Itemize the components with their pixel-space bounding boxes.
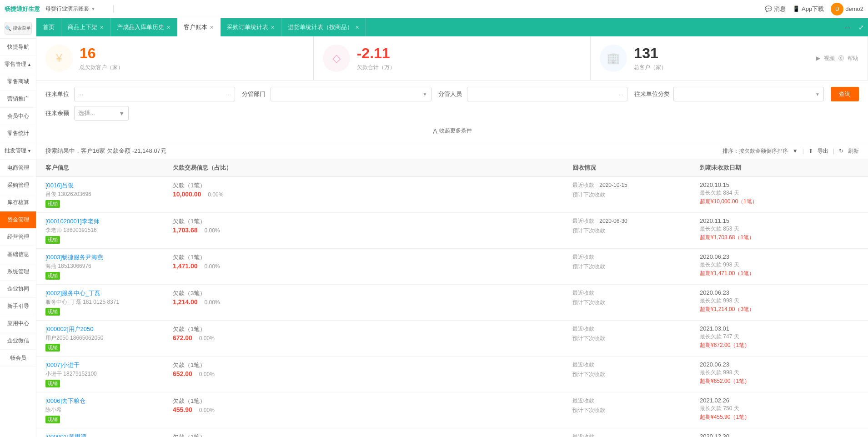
customer-name-link[interactable]: [0003]畅捷服务尹海燕 <box>45 253 173 261</box>
store-selector[interactable]: 母婴行业演示账套 ▼ <box>41 5 114 13</box>
next-repay: 预计下次收款 <box>572 371 700 378</box>
sidebar-item-inventory[interactable]: 库存核算 <box>0 194 36 211</box>
overdue-link[interactable]: 超期¥652.00（1笔） <box>700 377 859 385</box>
tab-home[interactable]: 首页 <box>36 18 61 36</box>
help-icon: ⓪ <box>838 55 844 62</box>
tab-product-history[interactable]: 产成品入库单历史 ✕ <box>110 18 177 36</box>
tab-purchase-order[interactable]: 采购订单统计表 ✕ <box>221 18 281 36</box>
table-row: [0003]畅捷服务尹海燕 海燕 18513066976 现销 欠款（1笔） 1… <box>36 249 868 285</box>
customer-phone: 陈小希 <box>45 406 173 414</box>
overdue-days: 最长欠款 998 天 <box>700 261 859 269</box>
overdue-link[interactable]: 超期¥1,214.00（3笔） <box>700 306 859 313</box>
help-label[interactable]: 帮助 <box>848 55 858 62</box>
repay-label: 最近收款 <box>572 433 700 437</box>
debt-percent: 0.00% <box>205 227 220 234</box>
tab-maximize-button[interactable]: ⤢ <box>854 18 868 36</box>
tab-minimize-button[interactable]: — <box>841 18 854 36</box>
user-menu[interactable]: D demo2 <box>831 3 863 15</box>
next-repay: 预计下次收款 <box>572 263 700 271</box>
tab-close-icon[interactable]: ✕ <box>355 25 359 30</box>
tab-close-icon[interactable]: ✕ <box>210 25 214 30</box>
search-button[interactable]: 查询 <box>831 87 859 101</box>
filter-category-select[interactable]: ▼ <box>673 87 824 101</box>
customer-name-link[interactable]: [000001]黄思源 <box>45 433 173 437</box>
repay-label: 最近收款 2020-06-30 <box>572 217 700 225</box>
sidebar-item-member[interactable]: 会员中心 <box>0 108 36 125</box>
customer-name-link[interactable]: [0007]小进干 <box>45 361 173 369</box>
sidebar-item-purchase[interactable]: 采购管理 <box>0 177 36 194</box>
repay-label: 最近收款 <box>572 253 700 261</box>
sidebar-item-vip[interactable]: 畅会员 <box>0 350 36 367</box>
filters-area: 往来单位 ··· 分管部门 ▼ <box>36 80 868 143</box>
debt-percent: 0.00% <box>199 335 215 342</box>
debt-amount: 672.00 <box>173 334 192 342</box>
debt-count: 欠款（1笔） <box>173 181 572 190</box>
debt-percent: 0.00% <box>199 371 215 377</box>
refresh-button[interactable]: 刷新 <box>848 147 859 155</box>
sidebar-item-system[interactable]: 系统管理 <box>0 263 36 281</box>
sidebar-item-guide[interactable]: 新手引导 <box>0 298 36 315</box>
tab-product-listing[interactable]: 商品上下架 ✕ <box>61 18 110 36</box>
debt-percent: 0.00% <box>205 299 220 306</box>
tab-label: 进货单统计表（按商品） <box>288 23 353 31</box>
table-row: [000001]黄思源 黄思源 13552700226 现销 欠款（1笔） 42… <box>36 428 868 437</box>
customer-phone: 服务中心_丁磊 181 0125 8371 <box>45 298 173 306</box>
results-bar: 搜索结果中，客户16家 欠款金额 -21,148.07元 排序：按欠款金额倒序排… <box>36 143 868 159</box>
tab-close-icon[interactable]: ✕ <box>271 25 275 30</box>
sidebar-item-finance[interactable]: 资金管理 <box>0 211 36 229</box>
sidebar-item-wechat[interactable]: 企业微信 <box>0 332 36 350</box>
overdue-link[interactable]: 超期¥10,000.00（1笔） <box>700 198 859 206</box>
debt-amount: 1,471.00 <box>173 262 198 270</box>
tab-bar: 首页 商品上下架 ✕ 产成品入库单历史 ✕ 客户账本 ✕ 采购订单统计表 ✕ <box>36 18 868 36</box>
message-icon: 💬 <box>765 5 772 12</box>
video-icon: ▶ <box>816 55 820 61</box>
sort-label[interactable]: 排序：按欠款金额倒序排序 <box>722 147 788 155</box>
video-label[interactable]: 视频 <box>824 55 835 62</box>
header-customer: 客户信息 <box>45 164 173 172</box>
sidebar-quick-nav[interactable]: 快捷导航 <box>0 39 36 56</box>
customer-name-link[interactable]: [0006]去下粮仓 <box>45 397 173 405</box>
sidebar-item-retail-mall[interactable]: 零售商城 <box>0 73 36 90</box>
export-button[interactable]: 导出 <box>818 147 828 155</box>
overdue-days: 最长欠款 884 天 <box>700 189 859 197</box>
customer-name-link[interactable]: [0001020001]李老师 <box>45 217 173 226</box>
sidebar-item-retail-stats[interactable]: 零售统计 <box>0 125 36 142</box>
collapse-filters-button[interactable]: ⋀ 收起更多条件 <box>45 125 859 136</box>
debt-count: 欠款（1笔） <box>173 397 572 405</box>
search-menu-button[interactable]: 🔍 搜索菜单 <box>0 18 36 39</box>
sidebar-item-retail-mgmt[interactable]: 零售管理 ▲ <box>0 56 36 73</box>
sidebar-item-basic-info[interactable]: 基础信息 <box>0 246 36 263</box>
customer-name-link[interactable]: [0002]服务中心_丁磊 <box>45 289 173 297</box>
export-icon: ⬆ <box>808 148 813 154</box>
total-debt-label: 欠款合计（万） <box>357 64 395 71</box>
filter-department-select[interactable]: ▼ <box>271 87 431 101</box>
sidebar: 🔍 搜索菜单 快捷导航 零售管理 ▲ 零售商城 营销推广 会员中心 零售统计 批… <box>0 18 36 437</box>
sidebar-item-ecommerce[interactable]: 电商管理 <box>0 160 36 177</box>
overdue-link[interactable]: 超期¥1,471.00（1笔） <box>700 270 859 277</box>
app-download-button[interactable]: 📱 App下载 <box>793 5 824 13</box>
overdue-link[interactable]: 超期¥455.90（1笔） <box>700 413 859 421</box>
sidebar-item-enterprise[interactable]: 企业协同 <box>0 281 36 298</box>
tab-customer-ledger[interactable]: 客户账本 ✕ <box>177 18 221 36</box>
filter-balance-select[interactable]: 选择... ▼ <box>74 106 129 121</box>
sidebar-item-apps[interactable]: 应用中心 <box>0 315 36 332</box>
customer-tag: 现销 <box>45 272 60 280</box>
customer-name-link[interactable]: [0016]吕俊 <box>45 181 173 190</box>
tab-purchase-stats[interactable]: 进货单统计表（按商品） ✕ <box>281 18 366 36</box>
filter-partner-input[interactable]: ··· <box>74 87 235 101</box>
sidebar-item-marketing[interactable]: 营销推广 <box>0 90 36 108</box>
tab-close-icon[interactable]: ✕ <box>100 25 104 30</box>
overdue-days: 最长欠款 998 天 <box>700 369 859 377</box>
sidebar-item-operation[interactable]: 经营管理 <box>0 229 36 246</box>
sidebar-item-wholesale[interactable]: 批发管理 ▼ <box>0 142 36 160</box>
filter-partner-label: 往来单位 <box>45 90 70 98</box>
due-date: 2020.06.23 <box>700 361 859 368</box>
total-customers-icon: 🏢 <box>600 45 627 72</box>
overdue-link[interactable]: 超期¥672.00（1笔） <box>700 342 859 349</box>
customer-name-link[interactable]: [000002]用户2050 <box>45 325 173 333</box>
message-button[interactable]: 💬 消息 <box>765 5 786 13</box>
tab-close-icon[interactable]: ✕ <box>166 25 171 30</box>
filter-manager-input[interactable]: ··· <box>467 87 628 101</box>
overdue-link[interactable]: 超期¥1,703.68（1笔） <box>700 234 859 241</box>
chevron-down-icon: ▼ <box>27 149 31 153</box>
